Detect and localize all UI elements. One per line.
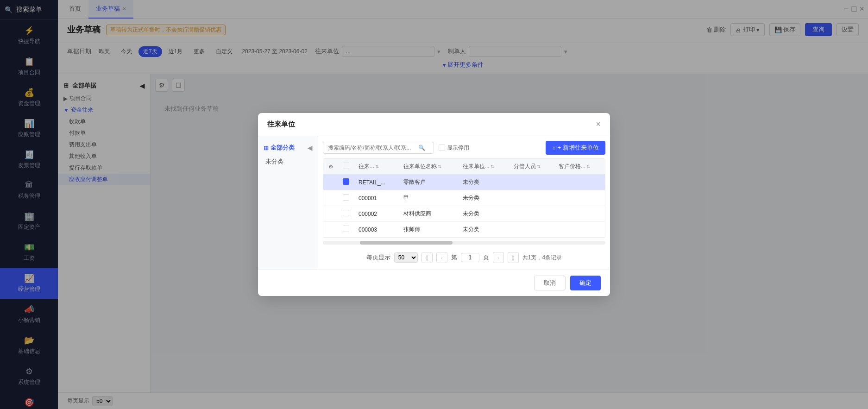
- table-row[interactable]: 000001 甲 未分类: [323, 190, 605, 206]
- table-row[interactable]: 000002 材料供应商 未分类: [323, 206, 605, 222]
- cell-name: 零散客户: [399, 175, 458, 190]
- cell-price: [554, 175, 605, 190]
- col-price-header[interactable]: 客户价格... ⇅: [554, 159, 605, 175]
- dialog-left-title: 全部分类: [270, 144, 295, 152]
- cell-price: [554, 222, 605, 238]
- dialog-search-wrap: 🔍 显示停用: [323, 142, 469, 154]
- page-unit-label: 页: [483, 253, 489, 262]
- cell-code: 000003: [354, 222, 399, 238]
- dialog-left-header: ⊞ 全部分类 ◀: [258, 141, 318, 155]
- cell-checkbox[interactable]: [338, 222, 354, 238]
- cell-category: 未分类: [458, 206, 509, 222]
- dialog-body: ⊞ 全部分类 ◀ 未分类 🔍 显示停用: [258, 136, 610, 270]
- col-name-header[interactable]: 往来单位名称 ⇅: [399, 159, 458, 175]
- contact-table: ⚙ 往来... ⇅ 往来单位名: [323, 158, 605, 238]
- dialog-pagination: 每页显示 50 10 20 100 ⟪ ‹ 第 页 › ⟫ 共1页，4条记录: [323, 247, 605, 265]
- dialog-title: 往来单位: [267, 120, 295, 129]
- sort-icon: ⇅: [438, 164, 441, 169]
- cell-name: 材料供应商: [399, 206, 458, 222]
- contact-dialog: 往来单位 × ⊞ 全部分类 ◀ 未分类 🔍: [258, 113, 610, 296]
- scrollbar-thumb: [360, 241, 453, 245]
- cell-code: RETAIL_...: [354, 175, 399, 190]
- cell-settings: [323, 175, 338, 190]
- cell-category: 未分类: [458, 222, 509, 238]
- table-header-row: ⚙ 往来... ⇅ 往来单位名: [323, 159, 605, 175]
- page-next-button[interactable]: ›: [493, 252, 504, 263]
- dialog-header: 往来单位 ×: [258, 113, 610, 136]
- cell-name: 甲: [399, 190, 458, 206]
- page-size-select[interactable]: 50 10 20 100: [394, 252, 418, 263]
- table-row[interactable]: 000003 张师傅 未分类: [323, 222, 605, 238]
- show-disabled-text: 显示停用: [447, 144, 469, 152]
- page-size-label: 每页显示: [366, 253, 390, 262]
- dialog-left-nav: ⊞ 全部分类 ◀ 未分类: [258, 136, 318, 270]
- cell-manager: [509, 222, 554, 238]
- cell-settings: [323, 222, 338, 238]
- add-icon: +: [552, 145, 556, 151]
- cell-checkbox[interactable]: [338, 190, 354, 206]
- cell-code: 000001: [354, 190, 399, 206]
- dialog-search-box[interactable]: 🔍: [323, 142, 434, 154]
- dialog-close-button[interactable]: ×: [596, 120, 601, 129]
- cancel-button[interactable]: 取消: [534, 276, 566, 290]
- cell-manager: [509, 190, 554, 206]
- sort-icon: ⇅: [586, 164, 590, 169]
- confirm-button[interactable]: 确定: [570, 276, 601, 290]
- col-settings[interactable]: ⚙: [323, 159, 338, 175]
- dialog-left-unclassified[interactable]: 未分类: [258, 155, 318, 169]
- page-total-text: 共1页，4条记录: [522, 254, 562, 262]
- cell-code: 000002: [354, 206, 399, 222]
- cell-name: 张师傅: [399, 222, 458, 238]
- dialog-right: 🔍 显示停用 + + 新增往来单位: [318, 136, 610, 270]
- col-code-header[interactable]: 往来... ⇅: [354, 159, 399, 175]
- dialog-search-input[interactable]: [328, 145, 416, 151]
- col-category-header[interactable]: 往来单位... ⇅: [458, 159, 509, 175]
- show-disabled-checkbox[interactable]: [439, 145, 445, 151]
- page-number-input[interactable]: [461, 253, 479, 262]
- cell-checkbox[interactable]: [338, 206, 354, 222]
- page-last-button[interactable]: ⟫: [508, 252, 519, 263]
- dialog-footer: 取消 确定: [258, 270, 610, 296]
- sort-icon: ⇅: [375, 164, 379, 169]
- dialog-search-icon: 🔍: [418, 145, 425, 151]
- cell-category: 未分类: [458, 190, 509, 206]
- table-row[interactable]: RETAIL_... 零散客户 未分类: [323, 175, 605, 190]
- show-disabled-label[interactable]: 显示停用: [439, 144, 469, 152]
- table-scrollbar[interactable]: [323, 241, 605, 245]
- page-prev-button[interactable]: ‹: [436, 252, 447, 263]
- dialog-toolbar: 🔍 显示停用 + + 新增往来单位: [323, 141, 605, 155]
- add-contact-button[interactable]: + + 新增往来单位: [546, 141, 605, 155]
- modal-overlay: 往来单位 × ⊞ 全部分类 ◀ 未分类 🔍: [0, 0, 868, 409]
- cell-price: [554, 206, 605, 222]
- cell-settings: [323, 190, 338, 206]
- cell-manager: [509, 206, 554, 222]
- dialog-grid-icon: ⊞: [264, 145, 269, 151]
- cell-category: 未分类: [458, 175, 509, 190]
- col-manager-header[interactable]: 分管人员 ⇅: [509, 159, 554, 175]
- sort-icon: ⇅: [537, 164, 541, 169]
- dialog-collapse-icon[interactable]: ◀: [308, 145, 312, 151]
- cell-price: [554, 190, 605, 206]
- page-first-button[interactable]: ⟪: [421, 252, 433, 263]
- sort-icon: ⇅: [491, 164, 494, 169]
- cell-checkbox[interactable]: [338, 175, 354, 190]
- cell-settings: [323, 206, 338, 222]
- cell-manager: [509, 175, 554, 190]
- page-current-label: 第: [451, 253, 457, 262]
- col-checkbox[interactable]: [338, 159, 354, 175]
